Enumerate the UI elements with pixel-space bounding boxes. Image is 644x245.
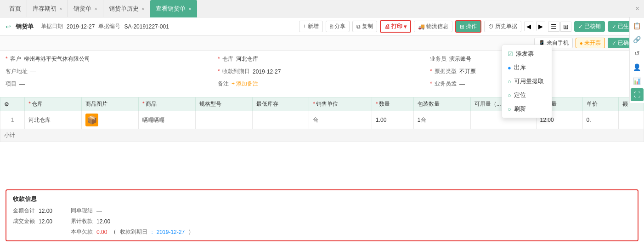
same-order-value: —: [96, 208, 102, 214]
tab-sales-order-history-close[interactable]: ×: [141, 6, 144, 11]
row-product: 嗝嗝嗝嗝: [139, 111, 196, 129]
col-unit-price: 单价: [582, 97, 618, 111]
row-spec: [195, 111, 252, 129]
sidebar-icon-link[interactable]: 🔗: [631, 33, 644, 46]
payment-date-field: * 收款到期日 2019-12-27: [218, 68, 426, 75]
dropdown-refresh[interactable]: ○ 刷新: [502, 102, 552, 116]
tab-view-sales-order[interactable]: 查看销货单 ×: [150, 0, 197, 17]
radio-icon-4: ○: [508, 106, 511, 113]
logistics-icon: 🚚: [418, 23, 425, 30]
tab-sales-order[interactable]: 销货单 ×: [68, 0, 103, 17]
check-icon-2: ✓: [612, 23, 616, 30]
right-sidebar: 📋 🔗 ↺ 👤 📊 ⛶: [629, 17, 644, 103]
transaction-amount-label: 成交金额: [13, 217, 35, 225]
prev-button[interactable]: ◀: [524, 22, 533, 31]
row-quantity: 1.00: [372, 111, 414, 129]
not-open-button[interactable]: ● 未开票: [576, 38, 605, 48]
tab-view-sales-order-close[interactable]: ×: [188, 6, 191, 11]
sidebar-icon-refresh[interactable]: ↺: [631, 47, 644, 60]
share-icon: ⎘: [330, 23, 333, 30]
sidebar-icon-expand[interactable]: ⛶: [631, 88, 644, 101]
dropdown-menu: ☑ 添发票 ● 出库 ○ 可用量提取 ○ 定位 ○ 刷新: [502, 45, 552, 118]
print-icon: 🖨: [384, 23, 390, 30]
address-field: 客户地址 —: [6, 68, 214, 75]
check-icon: ✓: [578, 23, 583, 30]
add-remark-button[interactable]: + 添加备注: [232, 80, 258, 88]
payment-grid: 金额合计 12.00 成交金额 12.00 同单现结 — 累计收款: [13, 207, 631, 236]
same-order-label: 同单现结: [71, 207, 93, 215]
cumulative-payment-label: 累计收款: [71, 217, 93, 225]
tab-inventory-init-close[interactable]: ×: [59, 6, 62, 11]
same-order-row: 同单现结 —: [71, 207, 194, 215]
print-button[interactable]: 🖨 打印 ▾: [380, 20, 411, 33]
grid-view-button[interactable]: ⊞: [560, 22, 571, 32]
row-warehouse: 河北仓库: [25, 111, 82, 129]
view-buttons: ☰ ⊞: [548, 22, 571, 32]
subtotal-row: 小计: [0, 129, 644, 142]
staff-value: 演示账号: [449, 55, 471, 63]
operation-button[interactable]: ⊞ 操作: [455, 20, 481, 33]
address-value: —: [30, 68, 36, 75]
next-button[interactable]: ▶: [536, 22, 545, 31]
operation-icon: ⊞: [460, 23, 464, 30]
doc-title-group: ↩ 销货单: [6, 23, 34, 31]
row-unit-price: 0.: [582, 111, 618, 129]
current-arrears-label: 本单欠款: [71, 228, 93, 236]
sidebar-icon-user[interactable]: 👤: [631, 61, 644, 74]
col-quantity: *数量: [372, 97, 414, 111]
payment-col-right: 同单现结 — 累计收款 12.00 本单欠款 0.00 （ 收款到期日 : 20…: [71, 207, 194, 236]
tab-sales-order-close[interactable]: ×: [94, 6, 97, 11]
doc-icon: ↩: [6, 23, 11, 30]
list-view-button[interactable]: ☰: [548, 22, 559, 32]
customer-field: * 客户 柳州粤港平安气体有限公司: [6, 55, 214, 63]
row-num: 1: [0, 111, 25, 129]
window-close-button[interactable]: ×: [635, 5, 639, 13]
tab-home[interactable]: 首页: [4, 0, 27, 17]
col-pack-qty: 包装数量: [413, 97, 470, 111]
radio-icon-2: ○: [508, 78, 511, 85]
sidebar-icon-chart[interactable]: 📊: [631, 74, 644, 87]
row-amount: [618, 111, 644, 129]
cumulative-payment-row: 累计收款 12.00: [71, 217, 194, 225]
doc-header: ↩ 销货单 单据日期 2019-12-27 单据编号 SA-20191227-0…: [0, 17, 644, 36]
warehouse-field: * 仓库 河北仓库: [218, 55, 426, 63]
col-image: 商品图片: [82, 97, 139, 111]
current-arrears-value: 0.00: [96, 229, 107, 235]
col-min-stock: 最低库存: [252, 97, 309, 111]
dropdown-add-ticket[interactable]: ☑ 添发票: [502, 47, 552, 61]
history-button[interactable]: ⏱ 历史单据: [484, 21, 521, 32]
sidebar-icon-doc[interactable]: 📋: [631, 19, 644, 32]
amount-total-row: 金额合计 12.00: [13, 207, 52, 215]
dropdown-locate[interactable]: ○ 定位: [502, 88, 552, 102]
payment-date-value: 2019-12-27: [253, 68, 281, 75]
share-button[interactable]: ⎘ 分享: [326, 21, 350, 32]
payment-col-left: 金额合计 12.00 成交金额 12.00: [13, 207, 52, 236]
date-label: 单据日期: [41, 23, 63, 30]
tab-bar: 首页 库存期初 × 销货单 × 销货单历史 × 查看销货单 × ×: [0, 0, 644, 17]
col-settings[interactable]: ⚙: [0, 97, 25, 111]
project-field: 项目 —: [6, 80, 214, 88]
new-button[interactable]: + 新增: [299, 21, 323, 32]
checkbox-icon: ☑: [508, 51, 513, 57]
current-arrears-row: 本单欠款 0.00 （ 收款到期日 : 2019-12-27 ）: [71, 228, 194, 236]
customer-value: 柳州粤港平安气体有限公司: [24, 55, 90, 63]
no-value: SA-20191227-001: [124, 23, 169, 30]
radio-icon-3: ○: [508, 92, 511, 99]
col-sales-unit: *销售单位: [309, 97, 372, 111]
transaction-amount-row: 成交金额 12.00: [13, 217, 52, 225]
copy-button[interactable]: ⧉ 复制: [352, 21, 377, 32]
amount-total-value: 12.00: [39, 208, 52, 214]
dropdown-outbound[interactable]: ● 出库: [502, 61, 552, 74]
dropdown-available-extract[interactable]: ○ 可用量提取: [502, 74, 552, 88]
ticket-icon: ●: [580, 40, 583, 46]
doc-meta: 单据日期 2019-12-27 单据编号 SA-20191227-001: [41, 23, 169, 30]
tab-inventory-init[interactable]: 库存期初 ×: [27, 0, 68, 17]
copy-icon: ⧉: [356, 23, 361, 30]
logistics-button[interactable]: 🚚 物流信息: [414, 21, 452, 32]
radio-icon: ●: [508, 64, 511, 71]
history-icon: ⏱: [488, 23, 494, 30]
tab-sales-order-history[interactable]: 销货单历史 ×: [103, 0, 150, 17]
payment-section: 收款信息 金额合计 12.00 成交金额 12.00 同单现结 —: [6, 189, 638, 241]
sold-out-button[interactable]: ✓ 已核销: [574, 21, 605, 32]
project-value: —: [19, 81, 25, 87]
